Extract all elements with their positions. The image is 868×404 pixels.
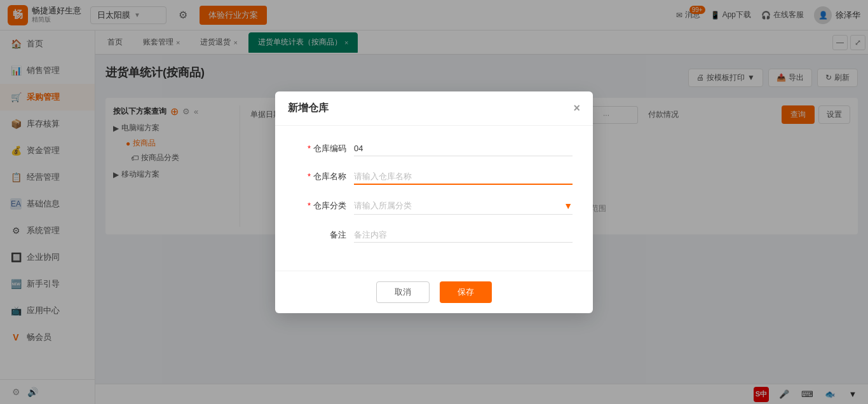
modal-close-button[interactable]: × — [573, 102, 580, 114]
modal-footer: 取消 保存 — [275, 271, 593, 313]
warehouse-name-input[interactable] — [354, 169, 573, 185]
warehouse-note-row: 备注 — [295, 227, 573, 243]
category-placeholder: 请输入所属分类 — [354, 200, 564, 212]
category-arrow-icon: ▼ — [564, 201, 573, 211]
warehouse-code-row: 仓库编码 — [295, 141, 573, 156]
warehouse-category-row: 仓库分类 请输入所属分类 ▼ — [295, 198, 573, 215]
name-label: 仓库名称 — [295, 171, 346, 182]
note-label: 备注 — [295, 229, 346, 241]
modal-header: 新增仓库 × — [275, 91, 593, 126]
modal-title: 新增仓库 — [288, 102, 329, 115]
warehouse-name-row: 仓库名称 — [295, 169, 573, 185]
warehouse-code-input[interactable] — [354, 141, 573, 156]
warehouse-note-input[interactable] — [354, 227, 573, 243]
add-warehouse-modal: 新增仓库 × 仓库编码 仓库名称 仓库分类 请输入所属分类 ▼ — [275, 91, 593, 313]
modal-overlay: 新增仓库 × 仓库编码 仓库名称 仓库分类 请输入所属分类 ▼ — [0, 0, 868, 404]
save-button[interactable]: 保存 — [440, 281, 492, 303]
category-label: 仓库分类 — [295, 200, 346, 212]
code-label: 仓库编码 — [295, 143, 346, 154]
cancel-button[interactable]: 取消 — [376, 281, 430, 303]
warehouse-category-select[interactable]: 请输入所属分类 ▼ — [354, 198, 573, 215]
modal-body: 仓库编码 仓库名称 仓库分类 请输入所属分类 ▼ 备注 — [275, 126, 593, 271]
